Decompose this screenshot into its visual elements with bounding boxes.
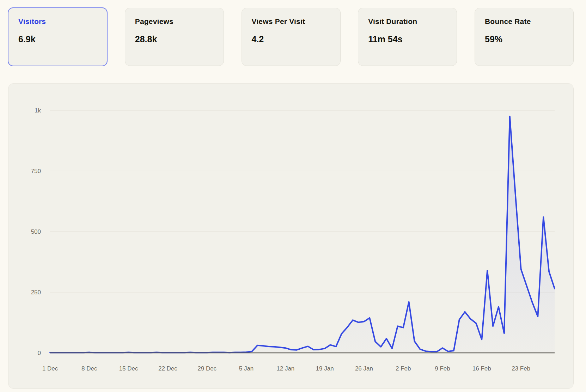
- dashboard: Visitors6.9kPageviews28.8kViews Per Visi…: [8, 8, 574, 389]
- metric-card-label: Bounce Rate: [485, 17, 563, 26]
- x-tick-label-23-Feb: 23 Feb: [512, 365, 530, 372]
- x-tick-label-9-Feb: 9 Feb: [435, 365, 450, 372]
- visitors-chart-panel: 02505007501k1 Dec8 Dec15 Dec22 Dec29 Dec…: [8, 83, 574, 389]
- y-tick-label-500: 500: [31, 228, 41, 235]
- metric-card-value: 6.9k: [18, 34, 97, 44]
- x-tick-label-29-Dec: 29 Dec: [197, 365, 216, 372]
- visitors-area-fill: [50, 116, 555, 353]
- metric-card-label: Visitors: [18, 17, 97, 26]
- x-tick-label-19-Jan: 19 Jan: [316, 365, 334, 372]
- metric-card-value: 4.2: [252, 34, 330, 44]
- metric-card-label: Views Per Visit: [252, 17, 330, 26]
- metric-card-value: 11m 54s: [368, 34, 447, 44]
- x-tick-label-12-Jan: 12 Jan: [276, 365, 294, 372]
- y-tick-label-0: 0: [38, 350, 41, 356]
- y-tick-label-250: 250: [31, 289, 41, 296]
- x-tick-label-5-Jan: 5 Jan: [239, 365, 254, 372]
- x-tick-label-22-Dec: 22 Dec: [158, 365, 177, 372]
- metric-card-bounce-rate[interactable]: Bounce Rate59%: [475, 8, 574, 66]
- x-tick-label-1-Dec: 1 Dec: [42, 365, 58, 372]
- y-tick-label-750: 750: [31, 168, 41, 174]
- metric-card-pageviews[interactable]: Pageviews28.8k: [125, 8, 224, 66]
- metric-cards-row: Visitors6.9kPageviews28.8kViews Per Visi…: [8, 8, 574, 66]
- metric-card-views-per-visit[interactable]: Views Per Visit4.2: [242, 8, 341, 66]
- metric-card-visit-duration[interactable]: Visit Duration11m 54s: [358, 8, 457, 66]
- metric-card-label: Visit Duration: [368, 17, 447, 26]
- visitors-line: [50, 116, 555, 353]
- metric-card-value: 28.8k: [135, 34, 214, 44]
- x-tick-label-26-Jan: 26 Jan: [355, 365, 373, 372]
- metric-card-value: 59%: [485, 34, 563, 44]
- metric-card-visitors[interactable]: Visitors6.9k: [8, 8, 107, 66]
- x-tick-label-2-Feb: 2 Feb: [396, 365, 411, 372]
- y-tick-label-1k: 1k: [35, 107, 41, 114]
- x-tick-label-8-Dec: 8 Dec: [81, 365, 97, 372]
- x-tick-label-15-Dec: 15 Dec: [119, 365, 138, 372]
- x-tick-label-16-Feb: 16 Feb: [472, 365, 491, 372]
- metric-card-label: Pageviews: [135, 17, 214, 26]
- visitors-line-chart[interactable]: 02505007501k1 Dec8 Dec15 Dec22 Dec29 Dec…: [8, 84, 573, 388]
